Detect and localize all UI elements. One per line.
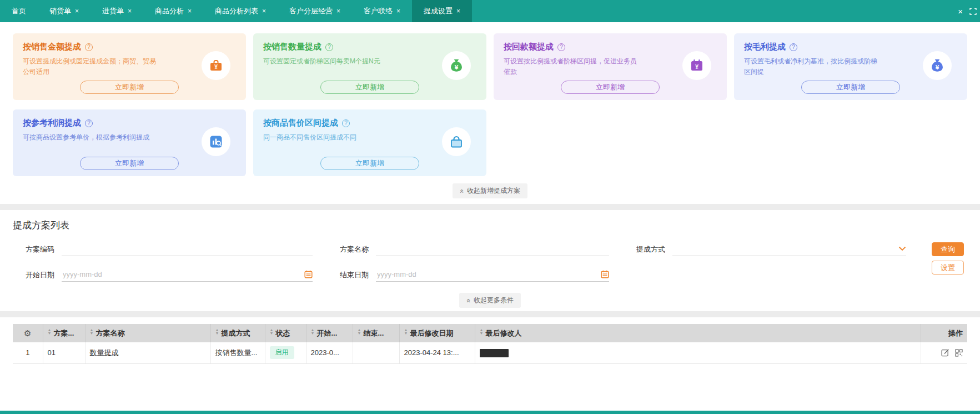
sort-icon[interactable]	[270, 330, 274, 337]
tab-sales-order[interactable]: 销货单×	[38, 0, 91, 22]
cell-end-date	[353, 342, 399, 363]
column-header-modified-by[interactable]: 最后修改人	[475, 324, 921, 342]
tab-close-icon[interactable]: ×	[75, 7, 79, 15]
plan-code-input[interactable]	[62, 242, 313, 256]
column-header-method[interactable]: 提成方式	[210, 324, 265, 342]
add-now-button[interactable]: 立即新增	[80, 81, 179, 94]
qr-grid-icon[interactable]	[955, 349, 963, 357]
tab-product-analysis-list[interactable]: 商品分析列表×	[203, 0, 278, 22]
help-icon[interactable]: ?	[342, 119, 350, 127]
start-date-input[interactable]	[62, 268, 301, 281]
collapse-label: 收起更多条件	[474, 296, 514, 305]
edit-icon[interactable]	[941, 348, 949, 357]
column-header-status[interactable]: 状态	[265, 324, 306, 342]
commission-method-value[interactable]	[672, 242, 895, 256]
card-description: 可设置固定或者阶梯区间每卖M个提N元	[263, 56, 398, 67]
svg-text:¥: ¥	[936, 63, 939, 71]
tab-close-icon[interactable]: ×	[396, 7, 400, 15]
start-date-label: 开始日期	[13, 268, 62, 282]
sort-icon[interactable]	[480, 330, 484, 337]
column-header-start-date[interactable]: 开始...	[306, 324, 353, 342]
card-reference-profit-commission: 按参考利润提成? 可按商品设置参考单价，根据参考利润提成 立即新增	[13, 109, 246, 176]
add-now-button[interactable]: 立即新增	[320, 157, 419, 170]
sort-icon[interactable]	[311, 330, 315, 337]
calendar-yuan-icon: ¥	[682, 51, 711, 80]
card-sales-quantity-commission: 按销售数量提成? 可设置固定或者阶梯区间每卖M个提N元 ¥ 立即新增	[253, 33, 486, 100]
sort-icon[interactable]	[90, 330, 94, 337]
add-now-button[interactable]: 立即新增	[320, 81, 419, 94]
filter-area: 方案编码 方案名称 提成方式	[13, 242, 967, 282]
plan-name-label: 方案名称	[327, 243, 376, 256]
column-header-plan-name[interactable]: 方案名称	[85, 324, 210, 342]
help-icon[interactable]: ?	[85, 43, 93, 51]
plan-name-input[interactable]	[376, 242, 609, 256]
tab-close-icon[interactable]: ×	[188, 7, 192, 15]
fullscreen-icon[interactable]	[969, 8, 977, 15]
settings-button[interactable]: 设置	[932, 261, 964, 275]
cards-grid: 按销售金额提成? 可设置提成比例或固定提成金额；商贸、贸易公司适用 ¥ 立即新增…	[13, 33, 967, 176]
collapse-more-filters-button[interactable]: 收起更多条件	[459, 293, 521, 308]
end-date-input[interactable]	[376, 268, 597, 281]
briefcase-yuan-icon: ¥	[202, 51, 230, 80]
chevron-down-icon[interactable]	[898, 246, 906, 251]
tab-homepage[interactable]: 首页	[0, 0, 38, 22]
card-title: 按回款额提成?	[504, 42, 717, 52]
column-header-modified-date[interactable]: 最后修改日期	[399, 324, 475, 342]
plan-name-link[interactable]: 数量提成	[90, 348, 119, 357]
add-now-button[interactable]: 立即新增	[561, 81, 660, 94]
card-sales-amount-commission: 按销售金额提成? 可设置提成比例或固定提成金额；商贸、贸易公司适用 ¥ 立即新增	[13, 33, 246, 100]
column-header-actions: 操作	[921, 324, 967, 342]
column-header-settings[interactable]: ⚙	[13, 324, 43, 342]
tab-customer-contact[interactable]: 客户联络×	[352, 0, 412, 22]
tab-product-analysis[interactable]: 商品分析×	[143, 0, 203, 22]
cell-row-index: 1	[13, 342, 43, 363]
section-title: 提成方案列表	[13, 219, 967, 232]
tab-customer-segmentation[interactable]: 客户分层经营×	[278, 0, 352, 22]
tab-close-icon[interactable]: ×	[336, 7, 340, 15]
add-now-button[interactable]: 立即新增	[801, 81, 900, 94]
results-table-section: ⚙ 方案... 方案名称 提成方式 状态 开始... 结束... 最后修改日期 …	[0, 317, 980, 411]
tab-close-icon[interactable]: ×	[456, 7, 460, 15]
card-description: 可设置提成比例或固定提成金额；商贸、贸易公司适用	[23, 56, 157, 77]
tab-label: 客户分层经营	[289, 6, 333, 16]
sort-icon[interactable]	[48, 330, 52, 337]
collapse-new-plans-button[interactable]: 收起新增提成方案	[453, 183, 527, 198]
svg-text:¥: ¥	[214, 63, 218, 70]
end-date-label: 结束日期	[327, 268, 376, 282]
query-button[interactable]: 查询	[932, 242, 964, 256]
tab-purchase-order[interactable]: 进货单×	[91, 0, 143, 22]
plan-list-section: 提成方案列表 方案编码 方案名称 提成方式	[0, 210, 980, 311]
tab-close-icon[interactable]: ×	[128, 7, 132, 15]
filter-buttons: 查询 设置	[932, 242, 964, 275]
tab-label: 客户联络	[364, 6, 393, 16]
cell-plan-name: 数量提成	[85, 342, 210, 363]
close-icon[interactable]: ×	[958, 7, 963, 16]
tab-label: 提成设置	[424, 6, 453, 16]
help-icon[interactable]: ?	[557, 43, 565, 51]
column-header-plan-code[interactable]: 方案...	[43, 324, 85, 342]
help-icon[interactable]: ?	[790, 43, 797, 51]
filter-row-2: 开始日期 结束日期	[13, 267, 906, 282]
tab-commission-settings[interactable]: 提成设置×	[412, 0, 472, 22]
start-date-field: 开始日期	[13, 267, 313, 282]
plan-code-field: 方案编码	[13, 242, 313, 256]
tab-label: 首页	[12, 6, 26, 16]
card-description: 可设置按比例提或者阶梯区间提，促进业务员催款	[504, 56, 638, 77]
end-date-field: 结束日期	[327, 267, 609, 282]
sort-icon[interactable]	[215, 330, 219, 337]
sort-icon[interactable]	[404, 330, 408, 337]
status-badge: 启用	[270, 346, 294, 359]
calendar-icon[interactable]	[601, 270, 609, 278]
column-header-end-date[interactable]: 结束...	[353, 324, 399, 342]
tab-close-icon[interactable]: ×	[262, 7, 266, 15]
filter-row-1: 方案编码 方案名称 提成方式	[13, 242, 906, 256]
tab-label: 销货单	[49, 6, 71, 16]
commission-method-select[interactable]	[672, 242, 906, 256]
add-now-button[interactable]: 立即新增	[80, 157, 179, 170]
calendar-icon[interactable]	[304, 270, 313, 278]
help-icon[interactable]: ?	[85, 119, 93, 127]
gear-icon[interactable]: ⚙	[17, 328, 38, 338]
card-description: 可按商品设置参考单价，根据参考利润提成	[23, 132, 157, 143]
help-icon[interactable]: ?	[325, 43, 333, 51]
sort-icon[interactable]	[358, 330, 361, 337]
